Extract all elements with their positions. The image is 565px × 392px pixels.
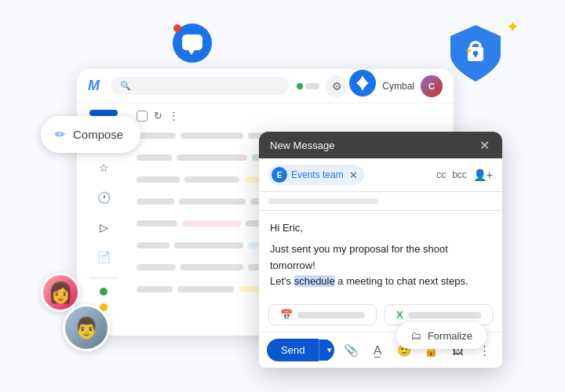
body-line3-highlight: schedule xyxy=(294,275,335,287)
recipient-chip[interactable]: E Events team ✕ xyxy=(268,165,364,185)
chat-bubble-decoration xyxy=(171,22,213,67)
calendar-icon: 📅 xyxy=(280,309,293,321)
svg-point-5 xyxy=(173,24,181,32)
gmail-search-bar[interactable]: 🔍 xyxy=(111,77,289,95)
gmail-header: M 🔍 ⚙ Cymbal C xyxy=(77,69,454,103)
body-line3-post: a meeting to chat next steps. xyxy=(335,275,468,287)
compose-window-title: New Message xyxy=(270,140,334,151)
formalize-label: Formalize xyxy=(428,330,472,342)
sparkle-decoration-2: ✦ xyxy=(465,45,472,56)
attachment-icon[interactable]: 📎 xyxy=(341,339,361,361)
gemini-ai-icon xyxy=(348,69,377,100)
compose-button[interactable]: ✏ Compose xyxy=(41,116,140,153)
pencil-icon: ✏ xyxy=(55,127,65,142)
compose-body-text: Hi Eric, Just sent you my proposal for t… xyxy=(270,220,491,290)
avatar-male: 👨 xyxy=(63,304,110,351)
sidebar-icon-starred[interactable]: ☆ xyxy=(85,157,122,179)
format-text-icon[interactable]: A̲ xyxy=(367,339,388,361)
sidebar-icon-snoozed[interactable]: 🕐 xyxy=(85,187,122,209)
close-icon: ✕ xyxy=(479,138,490,153)
send-dropdown-arrow[interactable]: ▾ xyxy=(319,339,334,361)
send-button[interactable]: Send xyxy=(267,339,319,361)
person-silhouette-female: 👩 xyxy=(48,281,73,305)
avatar-female: 👩 xyxy=(41,273,80,312)
security-shield xyxy=(447,22,504,88)
body-line3-pre: Let's xyxy=(270,275,294,287)
sheets-icon: X xyxy=(396,309,403,321)
chip-remove-button[interactable]: ✕ xyxy=(349,169,358,181)
settings-icon[interactable]: ⚙ xyxy=(326,75,348,97)
body-line3: Let's schedule a meeting to chat next st… xyxy=(270,274,491,290)
compose-label: Compose xyxy=(73,128,123,141)
sidebar-nav: ☰ ☆ 🕐 ▷ 📄 xyxy=(85,124,122,327)
refresh-icon[interactable]: ↻ xyxy=(154,110,162,122)
person-silhouette-male: 👨 xyxy=(74,316,99,340)
user-avatar[interactable]: C xyxy=(421,75,443,97)
status-dot xyxy=(297,83,303,89)
add-recipient-icon[interactable]: 👤+ xyxy=(473,169,493,181)
send-button-group[interactable]: Send ▾ xyxy=(267,339,334,361)
select-all-checkbox[interactable] xyxy=(137,111,148,122)
sidebar-icon-drafts[interactable]: 📄 xyxy=(85,246,122,268)
bcc-label[interactable]: bcc xyxy=(452,169,467,180)
cymbal-label: Cymbal xyxy=(382,81,414,92)
more-options-icon[interactable]: ⋮ xyxy=(169,110,179,122)
svg-rect-3 xyxy=(475,53,476,57)
sparkle-decoration-1: ✦ xyxy=(506,17,519,36)
sidebar-icon-sent[interactable]: ▷ xyxy=(85,216,122,238)
subject-placeholder xyxy=(268,198,378,204)
label-dot-green xyxy=(100,288,108,296)
compose-window-header: New Message ✕ xyxy=(259,132,502,158)
suggestion-chip-calendar[interactable]: 📅 xyxy=(268,304,377,325)
cc-bcc-area: cc bcc 👤+ xyxy=(436,169,493,181)
compose-body[interactable]: Hi Eric, Just sent you my proposal for t… xyxy=(259,211,502,299)
compose-close-button[interactable]: ✕ xyxy=(477,138,491,152)
suggestion-text-bar-2 xyxy=(408,312,481,318)
recipient-name: Events team xyxy=(291,169,344,180)
compose-to-row: E Events team ✕ cc bcc 👤+ xyxy=(259,158,502,192)
recipient-avatar: E xyxy=(272,167,287,183)
formalize-button[interactable]: 🗂 Formalize xyxy=(396,322,487,349)
body-greeting: Hi Eric, xyxy=(270,220,491,237)
formalize-icon: 🗂 xyxy=(410,329,421,342)
email-toolbar: ↻ ⋮ xyxy=(130,107,454,125)
cc-label[interactable]: cc xyxy=(436,169,446,180)
body-line2: Just sent you my proposal for the shoot … xyxy=(270,241,491,274)
gmail-logo: M xyxy=(88,78,100,94)
suggestion-text-bar xyxy=(297,312,365,318)
inbox-label[interactable] xyxy=(89,110,118,116)
